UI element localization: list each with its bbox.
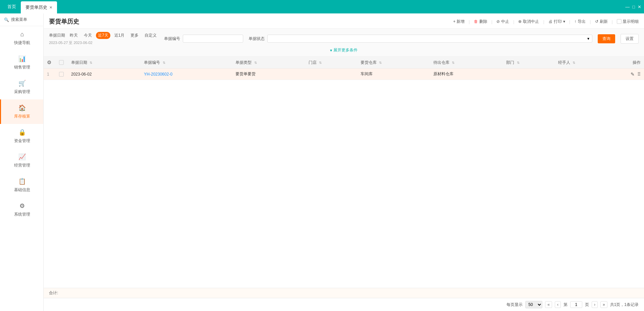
date-options: 昨天 今天 近7天 近1月 更多 自定义 [68,32,159,39]
col-store: 门店 ⇅ [305,57,357,69]
date-filter-group: 单据日期 昨天 今天 近7天 近1月 更多 自定义 2023-05-27 至 2… [49,32,159,45]
col-handler-label: 经手人 [558,60,570,65]
search-icon: 🔍 [4,17,9,22]
export-button[interactable]: ↑ 导出 [574,19,586,25]
sep1: | [469,19,470,24]
last-page-btn[interactable]: » [600,301,607,308]
date-btn-1month[interactable]: 近1月 [112,32,127,39]
refresh-icon: ↺ [595,19,598,24]
handler-sort-icon[interactable]: ⇅ [573,61,575,64]
window-maximize-icon[interactable]: □ [632,4,635,9]
date-btn-7days[interactable]: 近7天 [96,32,110,39]
date-range-display: 2023-05-27 至 2023-06-02 [49,40,93,45]
col-doc-date-label: 单据日期 [71,60,87,65]
pagination: 每页显示 10 20 50 100 « ‹ 第 页 › » 共1页，1条记录 [44,298,644,311]
toolbar: + 新增 | 🗑 删除 | ⊘ 中止 | ⊗ 取消中止 | 🖨 [453,19,639,25]
header-checkbox[interactable] [59,60,64,65]
sidebar-item-inventory[interactable]: 🏠 库存核算 [0,99,43,124]
expand-label: 展开更多条件 [333,47,358,53]
export-icon: ↑ [574,19,576,24]
sidebar-search[interactable]: 🔍 搜索菜单 [0,13,43,26]
req-warehouse-sort-icon[interactable]: ⇅ [379,61,382,64]
sidebar-item-quick-nav[interactable]: ⌂ 快捷导航 [0,26,43,50]
doc-type-sort-icon[interactable]: ⇅ [254,61,257,64]
sidebar-search-label: 搜索菜单 [11,17,27,23]
window-minimize-icon[interactable]: — [625,4,630,9]
store-sort-icon[interactable]: ⇅ [319,61,322,64]
row-store [305,69,357,80]
col-pending-warehouse: 待出仓库 ⇅ [430,57,503,69]
refresh-button[interactable]: ↺ 刷新 [595,19,608,25]
doc-date-sort-icon[interactable]: ⇅ [90,61,92,64]
tab-home[interactable]: 首页 [3,0,21,13]
row-check[interactable] [59,72,64,77]
main-layout: 🔍 搜索菜单 ⌂ 快捷导航 📊 销售管理 🛒 采购管理 🏠 库存核算 🔒 资金管… [0,13,644,311]
row-pending-warehouse: 原材料仓库 [430,69,503,80]
display-detail-button[interactable]: 显示明细 [617,19,639,25]
suspend-button[interactable]: ⊘ 中止 [496,19,509,25]
total-label: 合计: [49,290,58,296]
quick-nav-icon: ⌂ [20,31,24,38]
sidebar-item-system-mgmt[interactable]: ⚙ 系统管理 [0,197,43,222]
page-label: 第 [564,302,568,308]
sidebar-item-operation-mgmt[interactable]: 📈 经营管理 [0,148,43,173]
doc-no-input[interactable] [183,35,243,43]
cancel-suspend-icon: ⊗ [518,19,522,24]
prev-page-btn[interactable]: ‹ [555,301,561,308]
sidebar-item-purchase-mgmt[interactable]: 🛒 采购管理 [0,75,43,99]
basic-info-icon: 📋 [18,178,26,185]
cancel-suspend-button[interactable]: ⊗ 取消中止 [518,19,539,25]
table-row: 1 2023-06-02 YH-20230602-0 要货单要货 车间库 原材料… [44,69,644,80]
row-doc-type: 要货单要货 [232,69,305,80]
export-label: 导出 [578,19,586,25]
sidebar-item-fund-mgmt[interactable]: 🔒 资金管理 [0,124,43,148]
sidebar-item-quick-nav-label: 快捷导航 [14,40,30,46]
col-department-label: 部门 [506,60,514,65]
page-size-select[interactable]: 10 20 50 100 [525,301,542,308]
col-handler: 经手人 ⇅ [555,57,617,69]
sidebar-item-sales-mgmt[interactable]: 📊 销售管理 [0,50,43,75]
column-settings-icon[interactable]: ⚙ [47,59,51,65]
print-button[interactable]: 🖨 打印 ▾ [548,19,565,25]
sidebar-item-basic-info[interactable]: 📋 基础信息 [0,173,43,197]
row-doc-date: 2023-06-02 [68,69,141,80]
new-button[interactable]: + 新增 [453,19,465,25]
doc-no-label: 单据编号 [164,36,180,42]
status-select[interactable]: ▾ [267,35,592,43]
tab-requisition-history[interactable]: 要货单历史 ✕ [21,1,57,13]
first-page-btn[interactable]: « [545,301,552,308]
department-sort-icon[interactable]: ⇅ [517,61,520,64]
date-btn-more[interactable]: 更多 [128,32,141,39]
suspend-icon: ⊘ [496,19,500,24]
date-btn-custom[interactable]: 自定义 [143,32,159,39]
expand-conditions-btn[interactable]: ▾ 展开更多条件 [330,47,358,53]
doc-no-sort-icon[interactable]: ⇅ [163,61,165,64]
display-detail-checkbox[interactable] [617,19,622,24]
page-header: 要货单历史 + 新增 | 🗑 删除 | ⊘ 中止 | ⊗ 取消中止 | [44,13,644,29]
window-close-icon[interactable]: ✕ [638,4,641,9]
row-index: 1 [44,69,56,80]
settings-button[interactable]: 设置 [621,34,639,44]
filter-row-1: 单据日期 昨天 今天 近7天 近1月 更多 自定义 2023-05-27 至 2… [49,32,639,45]
requisition-table: ⚙ 单据日期 ⇅ 单据编号 ⇅ [44,57,644,80]
row-edit-icon[interactable]: ✎ [631,72,635,77]
date-btn-today[interactable]: 今天 [82,32,94,39]
next-page-btn[interactable]: › [592,301,598,308]
inventory-icon: 🏠 [18,104,26,112]
query-button[interactable]: 查询 [598,34,615,43]
print-label: 打印 [554,19,562,25]
page-number-input[interactable] [570,301,582,308]
date-btn-yesterday[interactable]: 昨天 [68,32,80,39]
sidebar-item-operation-label: 经营管理 [14,163,30,168]
sales-mgmt-icon: 📊 [18,55,26,62]
home-tab-label: 首页 [7,4,16,10]
row-more-icon[interactable]: ⠿ [637,72,641,77]
row-req-warehouse: 车间库 [357,69,430,80]
row-doc-no-link[interactable]: YH-20230602-0 [144,72,172,77]
delete-button[interactable]: 🗑 删除 [474,19,487,25]
row-handler [555,69,617,80]
row-checkbox[interactable] [56,69,68,80]
col-settings[interactable]: ⚙ [44,57,56,69]
tab-close-icon[interactable]: ✕ [49,5,52,10]
pending-warehouse-sort-icon[interactable]: ⇅ [452,61,454,64]
